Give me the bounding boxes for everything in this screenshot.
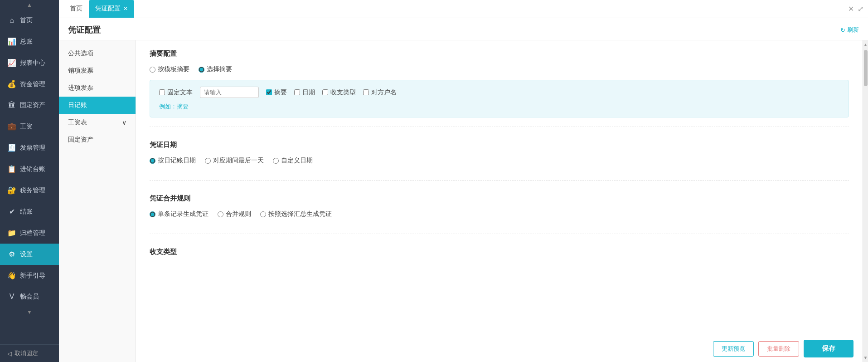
- sidebar-item-assets-label: 固定资产: [20, 101, 45, 109]
- assets-icon: 🏛: [7, 101, 16, 109]
- sidebar-item-assets[interactable]: 🏛 固定资产: [0, 95, 59, 116]
- summary-config-section: 摘要配置 按模板摘要 选择摘要: [150, 49, 849, 127]
- save-button[interactable]: 保存: [804, 340, 853, 357]
- sidebar-scroll-up[interactable]: ▲: [0, 0, 59, 10]
- custom-date-option[interactable]: 自定义日期: [273, 157, 313, 165]
- fixed-text-input[interactable]: [200, 87, 259, 98]
- refresh-label: 刷新: [847, 26, 859, 34]
- income-type-label: 收支类型: [330, 88, 356, 97]
- by-journal-date-radio[interactable]: [150, 158, 155, 164]
- bottom-action-bar: 更新预览 批量删除 保存: [136, 335, 863, 362]
- summary-radio-row: 按模板摘要 选择摘要: [150, 65, 849, 73]
- merge-rule-radio[interactable]: [218, 211, 223, 217]
- sidebar-item-ledger[interactable]: 📊 总账: [0, 31, 59, 52]
- fixed-text-checkbox-item[interactable]: 固定文本: [159, 88, 193, 97]
- single-record-radio[interactable]: [150, 211, 155, 217]
- sidebar: ▲ ⌂ 首页 📊 总账 📈 报表中心 💰 资金管理 🏛 固定资产 💼 工资 🧾 …: [0, 0, 59, 362]
- fixed-text-checkbox[interactable]: [159, 89, 165, 95]
- sidebar-item-funds[interactable]: 💰 资金管理: [0, 73, 59, 95]
- sidebar-scroll-down[interactable]: ▼: [0, 307, 59, 317]
- scroll-thumb[interactable]: [864, 50, 868, 86]
- left-nav-purchase-label: 进项发票: [68, 84, 93, 92]
- income-type-checkbox[interactable]: [322, 89, 328, 95]
- sidebar-item-tax-label: 税务管理: [20, 186, 45, 195]
- counterpart-checkbox[interactable]: [363, 89, 369, 95]
- left-nav-public-options[interactable]: 公共选项: [59, 45, 136, 62]
- fixed-text-label: 固定文本: [167, 88, 193, 97]
- sidebar-item-tax[interactable]: 🔐 税务管理: [0, 180, 59, 201]
- last-day-label: 对应期间最后一天: [213, 157, 264, 165]
- left-nav-journal[interactable]: 日记账: [59, 97, 136, 114]
- sidebar-item-home[interactable]: ⌂ 首页: [0, 10, 59, 31]
- template-summary-radio[interactable]: [150, 67, 155, 73]
- page-header: 凭证配置 ↻ 刷新: [59, 18, 868, 40]
- sidebar-unpin-button[interactable]: ◁ 取消固定: [0, 344, 59, 362]
- by-selection-option[interactable]: 按照选择汇总生成凭证: [260, 210, 332, 218]
- scroll-down-arrow[interactable]: ▼: [862, 353, 868, 362]
- sidebar-item-guide[interactable]: 👋 新手引导: [0, 265, 59, 286]
- by-selection-radio[interactable]: [260, 211, 266, 217]
- example-text: 例如：摘要: [159, 103, 839, 111]
- sidebar-item-reports-label: 报表中心: [20, 59, 45, 67]
- outer-scrollbar: ▲ ▼: [863, 40, 868, 362]
- example-value: 摘要: [177, 103, 189, 110]
- tab-bar: 首页 凭证配置 ✕ ✕ ⤢: [59, 0, 868, 18]
- template-summary-option[interactable]: 按模板摘要: [150, 65, 189, 73]
- tab-home[interactable]: 首页: [63, 0, 89, 18]
- select-summary-radio[interactable]: [199, 67, 204, 73]
- refresh-button[interactable]: ↻ 刷新: [840, 26, 859, 34]
- refresh-icon: ↻: [840, 27, 845, 34]
- scroll-thumb-track: [864, 50, 868, 352]
- by-journal-date-option[interactable]: 按日记账日期: [150, 157, 196, 165]
- sidebar-item-ledger-label: 总账: [20, 38, 33, 46]
- income-type-checkbox-item[interactable]: 收支类型: [322, 88, 356, 97]
- sidebar-item-member-label: 畅会员: [20, 293, 39, 301]
- sidebar-item-purchase-sales[interactable]: 📋 进销台账: [0, 158, 59, 180]
- window-close-icon[interactable]: ✕: [848, 5, 854, 13]
- custom-date-radio[interactable]: [273, 158, 279, 164]
- tax-icon: 🔐: [7, 186, 16, 195]
- sidebar-item-invoice-mgmt[interactable]: 🧾 发票管理: [0, 137, 59, 158]
- window-expand-icon[interactable]: ⤢: [858, 5, 863, 13]
- date-checkbox-item[interactable]: 日期: [294, 88, 315, 97]
- sidebar-item-payroll[interactable]: 💼 工资: [0, 116, 59, 137]
- batch-delete-button[interactable]: 批量删除: [758, 341, 799, 357]
- select-summary-option[interactable]: 选择摘要: [199, 65, 232, 73]
- left-nav-purchase-invoice[interactable]: 进项发票: [59, 79, 136, 97]
- single-record-option[interactable]: 单条记录生成凭证: [150, 210, 209, 218]
- sidebar-item-archive[interactable]: 📁 归档管理: [0, 222, 59, 244]
- right-content: 摘要配置 按模板摘要 选择摘要: [136, 40, 863, 335]
- home-icon: ⌂: [7, 16, 16, 24]
- sidebar-item-close[interactable]: ✔ 结账: [0, 201, 59, 222]
- merge-rules-radio-row: 单条记录生成凭证 合并规则 按照选择汇总生成凭证: [150, 210, 849, 218]
- income-type-section-title: 收支类型: [150, 248, 849, 256]
- left-nav-sales-invoice[interactable]: 销项发票: [59, 62, 136, 79]
- summary-checkbox[interactable]: [266, 89, 272, 95]
- member-icon: V: [7, 293, 16, 301]
- sidebar-item-reports[interactable]: 📈 报表中心: [0, 52, 59, 73]
- pin-icon: ◁: [7, 350, 12, 357]
- last-day-option[interactable]: 对应期间最后一天: [205, 157, 264, 165]
- left-nav-fixed-assets[interactable]: 固定资产: [59, 131, 136, 148]
- sidebar-item-member[interactable]: V 畅会员: [0, 286, 59, 307]
- summary-checkbox-label: 摘要: [274, 88, 287, 97]
- counterpart-label: 对方户名: [371, 88, 397, 97]
- tab-voucher-config-label: 凭证配置: [95, 5, 121, 13]
- last-day-radio[interactable]: [205, 158, 211, 164]
- left-nav-sales-label: 销项发票: [68, 67, 93, 75]
- summary-checkbox-item[interactable]: 摘要: [266, 88, 287, 97]
- select-summary-label: 选择摘要: [207, 65, 232, 73]
- tab-close-icon[interactable]: ✕: [123, 5, 128, 12]
- counterpart-checkbox-item[interactable]: 对方户名: [363, 88, 397, 97]
- merge-rule-option[interactable]: 合并规则: [218, 210, 251, 218]
- single-record-label: 单条记录生成凭证: [158, 210, 209, 218]
- sidebar-item-archive-label: 归档管理: [20, 229, 45, 237]
- date-checkbox[interactable]: [294, 89, 300, 95]
- voucher-date-section: 凭证日期 按日记账日期 对应期间最后一天: [150, 141, 849, 181]
- left-nav-payroll-table[interactable]: 工资表 ∨: [59, 114, 136, 131]
- sidebar-item-settings[interactable]: ⚙ 设置: [0, 244, 59, 265]
- tab-voucher-config[interactable]: 凭证配置 ✕: [89, 0, 134, 18]
- update-preview-button[interactable]: 更新预览: [713, 341, 754, 357]
- sidebar-bottom-label: 取消固定: [15, 349, 38, 357]
- example-prefix: 例如：: [159, 103, 177, 110]
